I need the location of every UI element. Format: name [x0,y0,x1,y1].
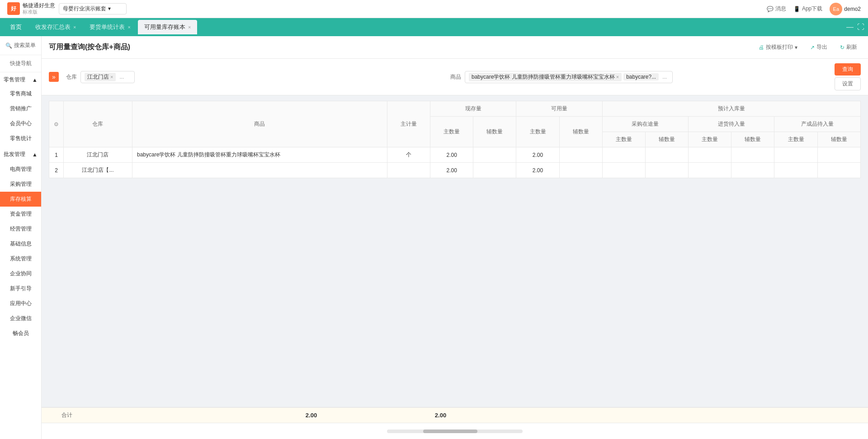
print-action[interactable]: 🖨 按模板打印 ▾ [755,42,801,53]
sidebar-item-members[interactable]: 会员中心 [0,116,41,131]
cell-unit-1 [387,163,430,178]
sidebar-item-system-label: 系统管理 [10,255,32,263]
page-header: 可用量查询(按仓库+商品) 🖨 按模板打印 ▾ ↗ 导出 ↻ 刷新 [42,36,868,59]
product-tag-1: babycare学饮杯 儿童防摔防撞吸管杯重力球吸嘴杯宝宝水杯 × [469,73,622,81]
user-name: demo2 [844,6,861,12]
cell-product-0: babycare学饮杯 儿童防摔防撞吸管杯重力球吸嘴杯宝宝水杯 [132,147,387,163]
nav-minimize-icon[interactable]: — [846,23,854,31]
sidebar-item-guide[interactable]: 新手引导 [0,281,41,296]
cell-stock-main-1: 2.00 [430,163,473,178]
query-button[interactable]: 查询 [835,63,861,76]
cell-produced-main-0 [774,147,817,163]
sidebar-item-retail-stats-label: 零售统计 [10,135,32,142]
product-tag-1-value: babycare学饮杯 儿童防摔防撞吸管杯重力球吸嘴杯宝宝水杯 [472,73,615,81]
th-product: 商品 [132,101,387,147]
cell-index-0: 1 [49,147,64,163]
cell-avail-main-1: 2.00 [516,163,559,178]
warehouse-filter-input[interactable]: 江北门店 × ... [80,71,135,83]
tab-available-stock-close[interactable]: × [188,24,191,30]
sidebar-item-inventory[interactable]: 库存核算 [0,192,41,207]
sidebar: 🔍 搜索菜单 快捷导航 零售管理 ▲ 零售商城 营销推广 会员中心 零售统计 [0,36,42,439]
footer-stock-total: 2.00 [279,412,344,419]
tab-stock-summary-close[interactable]: × [73,24,76,30]
warehouse-more-btn[interactable]: ... [118,74,126,80]
store-selector[interactable]: 母婴行业演示账套 ▾ [59,3,127,14]
sidebar-group-wholesale[interactable]: 批发管理 ▲ [0,148,41,161]
th-purchase-sub: 采购在途量 [602,117,688,132]
warehouse-tag-close[interactable]: × [110,74,113,80]
sidebar-item-retail-stats[interactable]: 零售统计 [0,131,41,146]
sidebar-item-system[interactable]: 系统管理 [0,251,41,266]
sidebar-item-marketing[interactable]: 营销推广 [0,101,41,116]
sidebar-item-vip[interactable]: 畅会员 [0,326,41,341]
cell-inbound-main-1 [689,163,731,178]
sidebar-item-retail-mall[interactable]: 零售商城 [0,86,41,101]
th-stock-aux: 辅数量 [473,117,516,147]
print-icon: 🖨 [759,44,764,51]
sidebar-item-app-center[interactable]: 应用中心 [0,296,41,311]
sidebar-item-finance[interactable]: 资金管理 [0,207,41,222]
sidebar-group-wholesale-label: 批发管理 [4,151,25,158]
refresh-icon: ↻ [840,44,844,51]
tab-available-stock[interactable]: 可用量库存账本 × [138,20,197,34]
sidebar-item-retail-mall-label: 零售商城 [10,90,32,98]
sidebar-item-basic-info[interactable]: 基础信息 [0,236,41,251]
cell-inbound-main-0 [689,147,731,163]
warehouse-tag-value: 江北门店 [87,73,109,81]
tab-home[interactable]: 首页 [4,20,28,34]
product-more-btn[interactable]: ... [660,74,669,80]
sidebar-item-vip-label: 畅会员 [13,330,29,337]
setting-button[interactable]: 设置 [835,77,861,90]
export-label: 导出 [816,43,827,51]
scrollbar-wrap[interactable] [387,430,523,433]
print-dropdown-icon: ▾ [795,44,797,51]
sidebar-item-app-center-label: 应用中心 [10,300,32,307]
th-produced-aux: 辅数量 [817,132,860,147]
tab-order-stats[interactable]: 要货单统计表 × [83,20,137,34]
sidebar-item-ecommerce[interactable]: 电商管理 [0,162,41,177]
refresh-action[interactable]: ↻ 刷新 [836,42,861,53]
top-bar: 好 畅捷通好生意 标准版 母婴行业演示账套 ▾ 💬 消息 📱 App下载 Ea … [0,0,868,18]
product-tag-2-value: babycare?... [626,74,656,80]
warehouse-filter-label: 仓库 [66,73,77,81]
message-icon: 💬 [767,6,774,12]
user-action[interactable]: Ea demo2 [830,3,861,15]
th-unit: 主计量 [387,101,430,147]
tab-stock-summary[interactable]: 收发存汇总表 × [29,20,82,34]
table-settings-icon[interactable]: ⚙ [54,121,59,127]
th-avail-aux: 辅数量 [559,117,602,147]
product-filter-input[interactable]: babycare学饮杯 儿童防摔防撞吸管杯重力球吸嘴杯宝宝水杯 × babyca… [465,71,673,83]
tab-order-stats-close[interactable]: × [127,24,130,30]
footer-values: 2.00 2.00 [85,412,861,419]
sidebar-item-operations[interactable]: 经营管理 [0,222,41,236]
th-inbound-aux: 辅数量 [731,132,774,147]
sidebar-item-basic-info-label: 基础信息 [10,240,32,248]
sidebar-item-wechat-label: 企业微信 [10,315,32,322]
logo-text-block: 畅捷通好生意 标准版 [23,2,55,15]
search-menu-button[interactable]: 🔍 搜索菜单 [4,40,38,51]
export-action[interactable]: ↗ 导出 [807,42,831,53]
sidebar-quick-nav-item[interactable]: 快捷导航 [0,57,41,70]
footer-avail-total: 2.00 [408,412,473,419]
sidebar-item-purchase[interactable]: 采购管理 [0,177,41,192]
nav-maximize-icon[interactable]: ⛶ [857,23,864,31]
print-label: 按模板打印 [766,43,793,51]
th-settings: ⚙ [49,101,64,147]
th-purchase-main: 主数量 [602,132,645,147]
table-footer: 合计 2.00 2.00 [42,407,868,423]
sidebar-item-enterprise-label: 企业协同 [10,270,32,278]
message-action[interactable]: 💬 消息 [767,5,786,13]
download-action[interactable]: 📱 App下载 [793,5,822,13]
th-inbound-sub: 进货待入量 [689,117,774,132]
th-produced-main: 主数量 [774,132,817,147]
cell-purchase-main-0 [602,147,645,163]
sidebar-item-wechat[interactable]: 企业微信 [0,311,41,326]
sidebar-group-retail-label: 零售管理 [4,76,25,84]
th-warehouse: 仓库 [64,101,132,147]
th-purchase-aux: 辅数量 [645,132,688,147]
sidebar-item-enterprise[interactable]: 企业协同 [0,266,41,281]
sidebar-group-retail[interactable]: 零售管理 ▲ [0,73,41,86]
th-inbound-main: 主数量 [689,132,731,147]
filter-expand-button[interactable]: » [49,72,59,82]
product-tag-1-close[interactable]: × [616,74,619,80]
